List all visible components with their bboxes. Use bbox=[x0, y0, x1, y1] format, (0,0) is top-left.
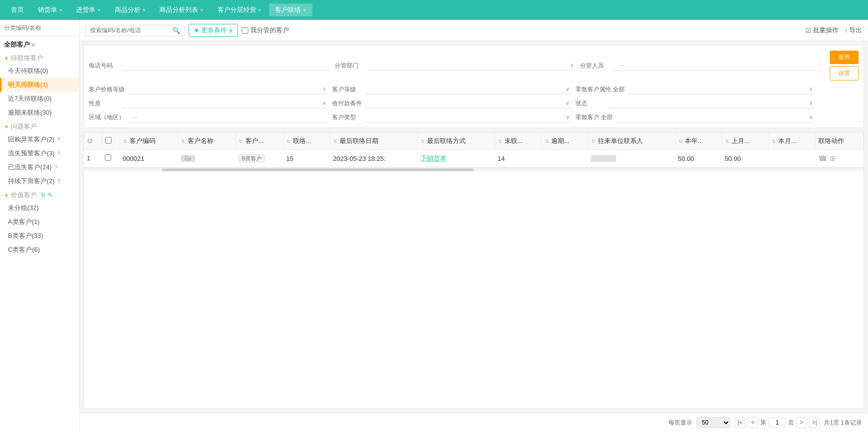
th-no-contact: ⇅ 未联... bbox=[495, 133, 541, 150]
filter-manager-label: 分管人员 bbox=[580, 62, 610, 70]
sidebar-item-churned[interactable]: 已流失客户(24) ? bbox=[0, 160, 79, 174]
sidebar-item-repurchase-abnormal[interactable]: 回购异常客户(2) ? bbox=[0, 133, 79, 146]
sort-icon[interactable]: ⇅ bbox=[181, 139, 185, 144]
my-customers-checkbox[interactable]: 我分管的客户 bbox=[242, 26, 289, 35]
per-page-select[interactable]: 50 100 200 bbox=[696, 417, 730, 428]
sort-icon[interactable]: ⇅ bbox=[591, 139, 595, 144]
sort-icon[interactable]: ⇅ bbox=[421, 139, 425, 144]
nav-product-analysis-list[interactable]: 商品分析列表 × bbox=[153, 3, 209, 16]
sidebar-item-today-contact[interactable]: 今天待联络(0) bbox=[0, 64, 79, 78]
contact-action-icon[interactable]: ☎ bbox=[818, 154, 827, 162]
nav-sales-order[interactable]: 销货单 × bbox=[32, 3, 68, 16]
toolbar-search-input[interactable] bbox=[90, 27, 170, 34]
sidebar-item-churn-warning[interactable]: 流失预警客户(3) ? bbox=[0, 146, 79, 160]
nav-purchase-order[interactable]: 进货单 × bbox=[70, 3, 106, 16]
filter-panel: 电话号码 分管部门 ∨ 分管人员 ··· bbox=[83, 45, 864, 128]
th-type: ⇅ 客户... bbox=[235, 133, 283, 150]
search-icon[interactable]: 🔍 bbox=[172, 27, 180, 34]
content-area: 🔍 ▼ 更多条件 ∧ 我分管的客户 ☑ 批量操作 ↑ 导出 bbox=[79, 20, 868, 432]
sidebar-search-container: 🔍 bbox=[0, 20, 79, 36]
sidebar-search-input[interactable] bbox=[4, 24, 78, 31]
nav-home[interactable]: 首页 bbox=[5, 3, 30, 16]
sidebar-item-class-c[interactable]: C类客户(6) bbox=[0, 243, 79, 257]
last-page-button[interactable]: >| bbox=[809, 417, 820, 428]
td-no-contact: 14 bbox=[495, 150, 541, 167]
filter-price-level: 客户价格等级 ∨ bbox=[89, 84, 328, 94]
filter-type-select[interactable]: ∨ bbox=[365, 113, 572, 123]
filter-manager-select[interactable]: ··· bbox=[613, 61, 822, 71]
sort-icon[interactable]: ⇅ bbox=[333, 139, 337, 144]
filter-level-select[interactable]: ∨ bbox=[365, 84, 572, 94]
chevron-down-icon: ∨ bbox=[566, 114, 570, 121]
sort-icon[interactable]: ⇅ bbox=[772, 139, 776, 144]
query-button[interactable]: 查询 bbox=[830, 51, 859, 64]
chevron-down-icon: ∨ bbox=[570, 62, 574, 69]
sidebar-group-pending: ▼ 待联络客户 bbox=[0, 51, 79, 64]
next-page-button[interactable]: > bbox=[796, 417, 807, 428]
sort-icon[interactable]: ⇅ bbox=[287, 139, 290, 144]
select-all-checkbox[interactable] bbox=[105, 137, 112, 144]
filter-region-select[interactable]: ··· bbox=[128, 112, 328, 123]
filter-retail-attr-label: 零散客户属性 全部 bbox=[576, 85, 625, 94]
filter-nature: 性质 ∨ bbox=[89, 98, 328, 108]
nav-close-icon[interactable]: × bbox=[258, 7, 261, 13]
sidebar-item-overdue-contact[interactable]: 逾期未联络(30) bbox=[0, 106, 79, 120]
sidebar-item-tomorrow-contact[interactable]: 明天待联络(1) bbox=[0, 78, 79, 92]
nav-close-icon[interactable]: × bbox=[97, 7, 100, 13]
more-dots-icon[interactable]: ··· bbox=[619, 62, 624, 69]
td-last-method: 下销货单 bbox=[418, 150, 495, 167]
sidebar-item-class-a[interactable]: A类客户(1) bbox=[0, 215, 79, 229]
td-last-month: 50.00 bbox=[722, 150, 768, 167]
sort-icon[interactable]: ⇅ bbox=[123, 139, 127, 144]
sort-icon[interactable]: ⇅ bbox=[498, 139, 502, 144]
sidebar-item-7day-contact[interactable]: 近7天待联络(0) bbox=[0, 92, 79, 106]
my-customers-check[interactable] bbox=[242, 27, 248, 34]
gear-icon[interactable]: ⚙ bbox=[87, 137, 93, 145]
more-action-icon[interactable]: ⊞ bbox=[830, 154, 836, 162]
help-icon: ? bbox=[54, 164, 57, 170]
sort-icon[interactable]: ⇅ bbox=[545, 139, 549, 144]
filter-row-1: 电话号码 分管部门 ∨ 分管人员 ··· bbox=[89, 51, 859, 80]
page-input[interactable] bbox=[768, 418, 786, 428]
horizontal-scrollbar[interactable] bbox=[84, 167, 864, 171]
scrollbar-thumb[interactable] bbox=[162, 168, 474, 171]
th-overdue: ⇅ 逾期... bbox=[541, 133, 588, 150]
filter-more-button[interactable]: ▼ 更多条件 ∧ bbox=[189, 24, 238, 37]
sort-icon[interactable]: ⇅ bbox=[239, 139, 243, 144]
nav-close-icon[interactable]: × bbox=[143, 7, 145, 13]
nav-product-analysis[interactable]: 商品分析 × bbox=[109, 3, 151, 16]
filter-price-select[interactable]: ∨ bbox=[128, 84, 328, 94]
prev-page-button[interactable]: < bbox=[747, 417, 758, 428]
sidebar-item-class-b[interactable]: B类客户(33) bbox=[0, 229, 79, 243]
export-button[interactable]: ↑ 导出 bbox=[845, 26, 863, 35]
filter-retail-attr: 零散客户属性 全部 ∨ bbox=[576, 84, 815, 94]
filter-status-select[interactable]: ∨ bbox=[608, 98, 815, 108]
nav-close-icon[interactable]: × bbox=[59, 7, 62, 13]
nav-close-icon[interactable]: × bbox=[303, 7, 306, 13]
sidebar-item-declining[interactable]: 持续下滑客户(2) ? bbox=[0, 174, 79, 188]
sort-icon[interactable]: ⇅ bbox=[725, 139, 729, 144]
sort-icon[interactable]: ⇅ bbox=[678, 139, 682, 144]
batch-operation-button[interactable]: ☑ 批量操作 bbox=[805, 26, 839, 35]
reset-button[interactable]: 设置 bbox=[830, 66, 859, 80]
sidebar-item-ungrouped[interactable]: 未分组(32) bbox=[0, 201, 79, 215]
nav-customer-contact[interactable]: 客户联络 × bbox=[269, 3, 312, 16]
th-last-month: ⇅ 上月... bbox=[722, 133, 768, 150]
td-type: B类客户 bbox=[235, 150, 283, 167]
more-dots-icon[interactable]: ··· bbox=[134, 114, 139, 121]
chevron-down-icon: ∨ bbox=[566, 100, 570, 106]
filter-retail-attr-select[interactable]: ∨ bbox=[628, 84, 815, 94]
edit-icon[interactable]: ✎ bbox=[48, 192, 53, 199]
refresh-icon[interactable]: ↻ bbox=[41, 192, 46, 199]
filter-phone-input[interactable] bbox=[122, 61, 331, 71]
filter-nature-select[interactable]: ∨ bbox=[122, 98, 328, 108]
sidebar-all-customers[interactable]: 全部客户 « bbox=[0, 36, 79, 51]
collapse-icon[interactable]: « bbox=[32, 41, 35, 48]
filter-dept-select[interactable]: ∨ bbox=[367, 61, 577, 71]
filter-payment-select[interactable]: ∨ bbox=[365, 98, 572, 108]
row-checkbox[interactable] bbox=[105, 154, 111, 161]
filter-retail-select[interactable]: ∨ bbox=[616, 113, 815, 123]
nav-customer-segmentation[interactable]: 客户分层经营 × bbox=[212, 3, 267, 16]
nav-close-icon[interactable]: × bbox=[200, 7, 203, 13]
first-page-button[interactable]: |< bbox=[734, 417, 745, 428]
